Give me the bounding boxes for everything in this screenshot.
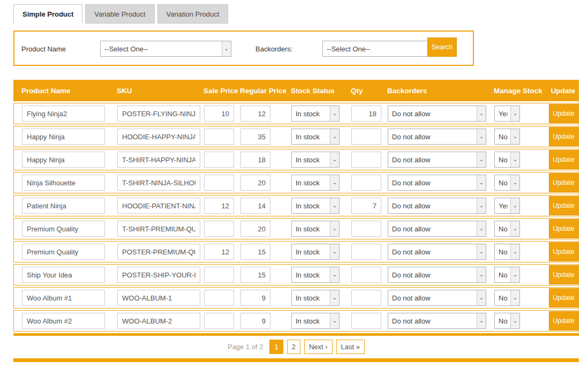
tab-simple-product[interactable]: Simple Product [13, 4, 82, 24]
product-name-input[interactable] [22, 129, 105, 145]
sale-price-input[interactable] [204, 221, 234, 237]
update-button[interactable]: Update [549, 265, 578, 284]
backorders-select[interactable]: Do not allow [388, 198, 486, 214]
regular-price-input[interactable] [240, 175, 270, 191]
product-name-input[interactable] [22, 106, 105, 122]
regular-price-input[interactable] [240, 129, 270, 145]
product-name-input[interactable] [22, 221, 105, 237]
backorders-select[interactable]: Do not allow [388, 221, 486, 237]
regular-price-input[interactable] [240, 106, 270, 122]
regular-price-input[interactable] [240, 290, 270, 306]
product-name-input[interactable] [22, 152, 105, 168]
update-button[interactable]: Update [549, 242, 578, 261]
qty-input[interactable] [351, 175, 381, 191]
qty-input[interactable] [351, 244, 381, 260]
sku-input[interactable] [117, 106, 200, 122]
sale-price-input[interactable] [204, 267, 234, 283]
manage-stock-select[interactable]: No [494, 267, 520, 283]
product-name-input[interactable] [22, 267, 105, 283]
manage-stock-select[interactable]: Yes [494, 198, 520, 214]
update-button[interactable]: Update [549, 311, 578, 330]
qty-input[interactable] [351, 221, 381, 237]
regular-price-input[interactable] [240, 221, 270, 237]
regular-price-input[interactable] [240, 267, 270, 283]
sku-input[interactable] [117, 244, 200, 260]
qty-input[interactable] [351, 129, 381, 145]
update-button[interactable]: Update [549, 219, 578, 238]
backorders-select[interactable]: Do not allow [388, 313, 486, 329]
sale-price-input[interactable] [204, 290, 234, 306]
manage-stock-select[interactable]: No [494, 152, 520, 168]
backorders-select[interactable]: Do not allow [388, 267, 486, 283]
sku-input[interactable] [117, 267, 200, 283]
qty-input[interactable] [351, 290, 381, 306]
manage-stock-select[interactable]: No [494, 175, 520, 191]
backorders-select[interactable]: Do not allow [388, 106, 486, 122]
product-name-input[interactable] [22, 175, 105, 191]
qty-input[interactable] [351, 198, 381, 214]
product-name-input[interactable] [22, 244, 105, 260]
manage-stock-select[interactable]: No [494, 313, 520, 329]
sale-price-input[interactable] [204, 175, 234, 191]
sku-input[interactable] [117, 175, 200, 191]
update-button[interactable]: Update [549, 196, 578, 215]
sale-price-input[interactable] [204, 106, 234, 122]
page-button-1[interactable]: 1 [269, 340, 283, 354]
backorders-select[interactable]: Do not allow [388, 175, 486, 191]
stock-status-select[interactable]: In stock [291, 152, 340, 168]
backorders-select[interactable]: Do not allow [388, 244, 486, 260]
qty-input[interactable] [351, 313, 381, 329]
qty-input[interactable] [351, 152, 381, 168]
next-page-button[interactable]: Next › [304, 340, 333, 354]
last-page-button[interactable]: Last » [336, 340, 365, 354]
sku-input[interactable] [117, 221, 200, 237]
sale-price-input[interactable] [204, 244, 234, 260]
backorders-select[interactable]: Do not allow [388, 152, 486, 168]
qty-input[interactable] [351, 106, 381, 122]
update-button[interactable]: Update [549, 127, 578, 146]
product-name-input[interactable] [22, 313, 105, 329]
tab-variation-product[interactable]: Variation Product [157, 4, 229, 24]
stock-status-select[interactable]: In stock [291, 244, 340, 260]
stock-status-select[interactable]: In stock [291, 313, 340, 329]
stock-status-select[interactable]: In stock [291, 221, 340, 237]
update-button[interactable]: Update [549, 173, 578, 192]
product-name-input[interactable] [22, 290, 105, 306]
regular-price-input[interactable] [240, 244, 270, 260]
page-button-2[interactable]: 2 [287, 340, 300, 354]
backorders-select[interactable]: Do not allow [388, 129, 486, 145]
sale-price-input[interactable] [204, 198, 234, 214]
regular-price-input[interactable] [240, 152, 270, 168]
sale-price-input[interactable] [204, 152, 234, 168]
sku-input[interactable] [117, 290, 200, 306]
qty-input[interactable] [351, 267, 381, 283]
manage-stock-select[interactable]: No [494, 221, 520, 237]
update-button[interactable]: Update [549, 288, 578, 307]
sku-input[interactable] [117, 152, 200, 168]
tab-variable-product[interactable]: Variable Product [85, 4, 154, 24]
sale-price-input[interactable] [204, 129, 234, 145]
regular-price-input[interactable] [240, 198, 270, 214]
manage-stock-select[interactable]: No [494, 129, 520, 145]
manage-stock-select[interactable]: Yes [494, 106, 520, 122]
backorders-select[interactable]: Do not allow [388, 290, 486, 306]
stock-status-select[interactable]: In stock [291, 267, 340, 283]
stock-status-select[interactable]: In stock [291, 198, 340, 214]
search-button[interactable]: Search [427, 37, 457, 57]
update-button[interactable]: Update [549, 104, 578, 123]
manage-stock-select[interactable]: No [494, 290, 520, 306]
stock-status-select[interactable]: In stock [291, 175, 340, 191]
stock-status-select[interactable]: In stock [291, 129, 340, 145]
sku-input[interactable] [117, 198, 200, 214]
sku-input[interactable] [117, 129, 200, 145]
header-sale-price: Sale Price [195, 87, 232, 95]
sku-input[interactable] [117, 313, 200, 329]
stock-status-select[interactable]: In stock [291, 106, 340, 122]
stock-status-select[interactable]: In stock [291, 290, 340, 306]
regular-price-input[interactable] [240, 313, 270, 329]
update-button[interactable]: Update [549, 150, 578, 169]
sale-price-input[interactable] [204, 313, 234, 329]
manage-stock-select[interactable]: No [494, 244, 520, 260]
product-name-filter-select[interactable]: --Select One-- [100, 41, 231, 57]
product-name-input[interactable] [22, 198, 105, 214]
